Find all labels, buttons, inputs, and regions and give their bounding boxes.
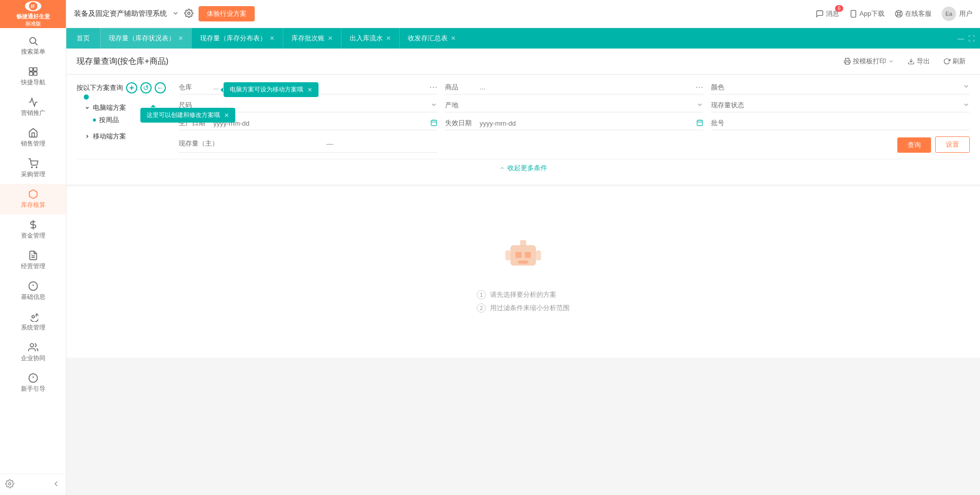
print-btn[interactable]: 按模板打印 xyxy=(840,55,898,68)
warehouse-more-icon[interactable]: ⋯ xyxy=(429,82,437,92)
svg-rect-30 xyxy=(846,62,849,64)
tab-inventory-dist[interactable]: 现存量（库存分布表） ✕ xyxy=(191,28,283,49)
tab-close-inout-flow[interactable]: ✕ xyxy=(386,35,391,42)
sidebar-item-label-purchase: 采购管理 xyxy=(21,170,45,179)
settings-icon[interactable] xyxy=(5,479,14,490)
sidebar-item-inventory[interactable]: 库存核算 xyxy=(0,184,66,215)
filter-left-panel: 按以下方案查询 + ↺ ← 电脑端方案 xyxy=(77,82,179,159)
sidebar-item-label-system: 系统管理 xyxy=(21,323,45,332)
collapse-icon[interactable] xyxy=(52,479,61,490)
sidebar-item-guide[interactable]: 新手引导 xyxy=(0,368,66,398)
empty-step-2: 2 用过滤条件来缩小分析范围 xyxy=(477,303,570,313)
tabbar: 首页 现存量（库存状况表） ✕ 现存量（库存分布表） ✕ 库存批次账 ✕ 出入库… xyxy=(66,28,980,49)
tab-maximize-btn[interactable]: ⛶ xyxy=(968,35,975,42)
sidebar-item-marketing[interactable]: 营销推广 xyxy=(0,92,66,123)
tooltip-close-1[interactable]: ✕ xyxy=(307,86,312,93)
origin-dropdown-icon[interactable] xyxy=(696,101,703,110)
color-dropdown-icon[interactable] xyxy=(963,83,970,91)
empty-state: 1 请先选择要分析的方案 2 用过滤条件来缩小分析范围 xyxy=(66,186,980,358)
svg-point-17 xyxy=(30,344,34,347)
sidebar-item-sales[interactable]: 销售管理 xyxy=(0,123,66,153)
expire-date-label: 失效日期 xyxy=(445,119,476,128)
refresh-label: 刷新 xyxy=(952,57,966,66)
sidebar: 好 畅捷通好生意 标准版 搜索菜单 快捷导航 营销推广 销售管理 采购管理 xyxy=(0,0,66,495)
industry-btn[interactable]: 体验行业方案 xyxy=(199,6,255,21)
produce-date-calendar-icon[interactable] xyxy=(430,119,437,128)
page-header: 现存量查询(按仓库+商品) 按模板打印 导出 刷新 xyxy=(66,49,980,75)
topbar: 装备及固定资产辅助管理系统 体验行业方案 消息 6 App下载 在线客服 xyxy=(66,0,980,28)
app-download-label: App下载 xyxy=(860,9,885,18)
expire-date-input[interactable] xyxy=(480,120,693,127)
product-label: 商品 xyxy=(445,83,476,92)
step-2-text: 用过滤条件来缩小分析范围 xyxy=(490,303,570,313)
stock-status-dropdown-icon[interactable] xyxy=(963,101,970,110)
system-dropdown-icon[interactable] xyxy=(172,10,179,18)
mobile-scheme-toggle[interactable]: 移动端方案 xyxy=(82,130,179,143)
color-field: 颜色 xyxy=(711,82,970,95)
refresh-btn[interactable]: 刷新 xyxy=(939,55,970,68)
stock-status-label: 现存量状态 xyxy=(711,101,744,110)
search-button[interactable]: 查询 xyxy=(897,137,931,153)
tab-home[interactable]: 首页 xyxy=(66,28,100,49)
origin-field: 产地 xyxy=(445,101,704,112)
expire-date-calendar-icon[interactable] xyxy=(696,119,703,128)
sidebar-footer xyxy=(0,474,66,495)
collapse-bar[interactable]: 收起更多条件 xyxy=(77,159,970,177)
tab-close-summary[interactable]: ✕ xyxy=(451,35,456,42)
user-menu[interactable]: Ea 用户 xyxy=(942,7,972,21)
product-more-icon[interactable]: ⋯ xyxy=(695,82,703,92)
svg-rect-45 xyxy=(505,250,510,261)
app-download-btn[interactable]: App下载 xyxy=(849,9,885,18)
sidebar-item-label-info: 基础信息 xyxy=(21,293,45,301)
sidebar-item-nav[interactable]: 快捷导航 xyxy=(0,61,66,92)
tab-close-batch[interactable]: ✕ xyxy=(328,35,333,42)
stock-main-to-input[interactable] xyxy=(340,139,437,147)
export-btn[interactable]: 导出 xyxy=(903,55,934,68)
support-btn[interactable]: 在线客服 xyxy=(895,9,932,18)
empty-icon xyxy=(498,227,549,280)
stock-main-from-input[interactable] xyxy=(223,139,320,147)
svg-point-20 xyxy=(188,12,190,14)
main-content: 装备及固定资产辅助管理系统 体验行业方案 消息 6 App下载 在线客服 xyxy=(66,0,980,495)
sidebar-item-purchase[interactable]: 采购管理 xyxy=(0,153,66,184)
reset-button[interactable]: 设置 xyxy=(935,136,970,153)
message-btn[interactable]: 消息 6 xyxy=(816,9,839,18)
page-actions: 按模板打印 导出 刷新 xyxy=(840,55,970,68)
tab-inventory-dist-label: 现存量（库存分布表） xyxy=(200,34,266,43)
page-title: 现存量查询(按仓库+商品) xyxy=(77,56,168,67)
sidebar-item-search[interactable]: 搜索菜单 xyxy=(0,31,66,61)
produce-date-input[interactable] xyxy=(213,120,426,127)
tab-close-inventory-status[interactable]: ✕ xyxy=(178,35,183,42)
size-dropdown-icon[interactable] xyxy=(430,101,437,110)
tab-batch[interactable]: 库存批次账 ✕ xyxy=(283,28,341,49)
batch-label: 批号 xyxy=(711,119,742,128)
tab-inout-flow[interactable]: 出入库流水 ✕ xyxy=(341,28,399,49)
support-label: 在线客服 xyxy=(905,9,932,18)
sidebar-item-collab[interactable]: 企业协同 xyxy=(0,337,66,368)
svg-rect-41 xyxy=(516,252,522,258)
tab-summary[interactable]: 收发存汇总表 ✕ xyxy=(399,28,464,49)
tab-inventory-status[interactable]: 现存量（库存状况表） ✕ xyxy=(100,28,191,49)
tooltip-close-2[interactable]: ✕ xyxy=(224,112,229,119)
add-scheme-btn[interactable]: + xyxy=(126,82,137,93)
filter-row-3: 生产日期 失效日期 xyxy=(179,119,970,130)
svg-line-25 xyxy=(896,11,898,13)
tab-close-inventory-dist[interactable]: ✕ xyxy=(270,35,275,42)
filter-area: 按以下方案查询 + ↺ ← 电脑端方案 xyxy=(66,75,980,184)
tab-minimize-btn[interactable]: — xyxy=(958,35,964,42)
sidebar-item-finance[interactable]: 资金管理 xyxy=(0,215,66,245)
print-label: 按模板打印 xyxy=(853,57,886,66)
sidebar-item-operations[interactable]: 经营管理 xyxy=(0,245,66,276)
sidebar-item-info[interactable]: 基础信息 xyxy=(0,276,66,307)
sidebar-item-label-operations: 经营管理 xyxy=(21,262,45,271)
svg-rect-36 xyxy=(697,120,703,126)
prev-scheme-btn[interactable]: ← xyxy=(155,82,166,93)
refresh-scheme-btn[interactable]: ↺ xyxy=(140,82,152,93)
topbar-settings-icon[interactable] xyxy=(184,9,193,19)
collapse-label: 收起更多条件 xyxy=(507,163,547,173)
stock-main-field: 现存量（主） — xyxy=(179,136,437,153)
batch-input[interactable] xyxy=(746,120,970,127)
product-input[interactable] xyxy=(480,83,692,91)
sidebar-item-system[interactable]: 系统管理 xyxy=(0,307,66,337)
sidebar-item-label-search: 搜索菜单 xyxy=(21,48,45,56)
